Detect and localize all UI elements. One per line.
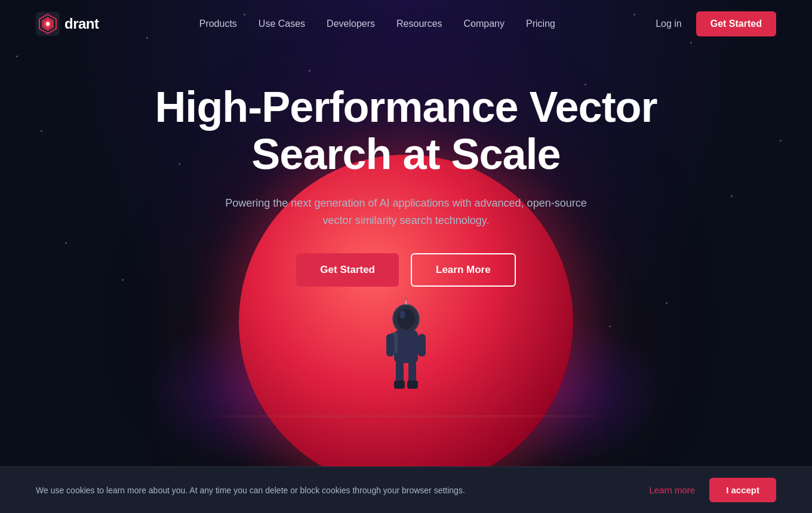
svg-rect-13 [394,380,405,389]
get-started-button[interactable]: Get Started [296,253,399,287]
logo[interactable]: drant [36,12,99,36]
nav-actions: Log in Get Started [656,11,776,36]
nav-link-developers[interactable]: Developers [327,19,375,29]
logo-icon [36,12,60,36]
svg-rect-14 [407,380,418,389]
hero-title: High-Performance Vector Search at Scale [149,84,663,178]
logo-text: drant [64,16,99,32]
hero-subtitle: Powering the next generation of AI appli… [221,195,591,229]
get-started-button-nav[interactable]: Get Started [696,11,776,36]
svg-point-6 [397,309,415,329]
nav-link-products[interactable]: Products [199,19,237,29]
nav-links: Products Use Cases Developers Resources … [199,19,555,29]
learn-more-button[interactable]: Learn More [411,253,516,287]
svg-point-17 [399,311,405,319]
cookie-banner: We use cookies to learn more about you. … [0,466,812,513]
hero-section: High-Performance Vector Search at Scale … [0,48,812,287]
cookie-message: We use cookies to learn more about you. … [36,486,649,495]
nav-link-use-cases[interactable]: Use Cases [259,19,305,29]
svg-rect-10 [418,334,426,357]
cookie-learn-more-link[interactable]: Learn more [649,485,695,495]
cookie-accept-button[interactable]: I accept [709,478,776,502]
nav-link-resources[interactable]: Resources [396,19,442,29]
ground-line [197,415,615,417]
astronaut [382,298,430,394]
svg-rect-9 [386,334,394,357]
hero-scene [197,262,615,465]
cookie-actions: Learn more I accept [649,478,776,502]
navbar: drant Products Use Cases Developers Reso… [0,0,812,48]
nav-link-pricing[interactable]: Pricing [526,19,555,29]
nav-link-company[interactable]: Company [464,19,505,29]
svg-point-16 [405,298,407,300]
hero-buttons: Get Started Learn More [0,253,812,287]
login-link[interactable]: Log in [656,19,682,29]
